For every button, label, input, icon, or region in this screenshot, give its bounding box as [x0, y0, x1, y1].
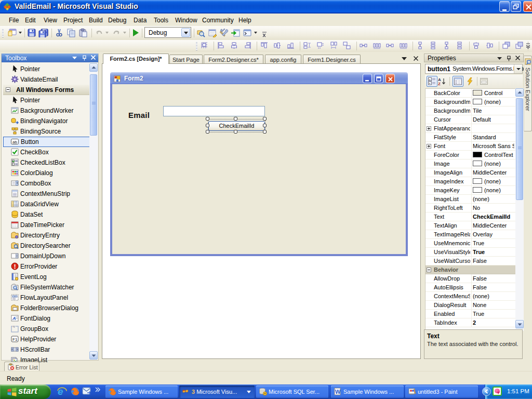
- svg-text:Z: Z: [438, 82, 441, 85]
- svg-text:+: +: [429, 78, 431, 81]
- svg-text:A: A: [12, 316, 16, 321]
- svg-text:ab: ab: [12, 140, 17, 144]
- svg-text:F1: F1: [12, 337, 18, 342]
- svg-text:+: +: [429, 82, 431, 85]
- svg-text:W: W: [335, 389, 341, 395]
- svg-text:xy: xy: [13, 325, 16, 328]
